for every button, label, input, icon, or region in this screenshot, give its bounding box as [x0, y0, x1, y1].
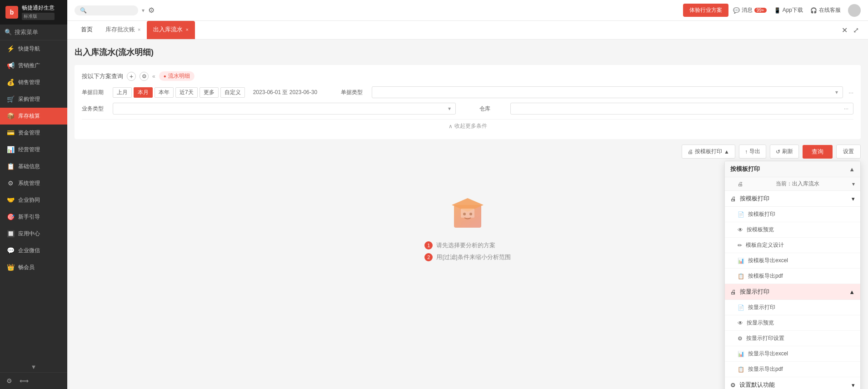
sidebar-item-wechat[interactable]: 💬 企业微信 [0, 242, 67, 259]
online-service-btn[interactable]: 🎧 在线客服 [810, 6, 841, 14]
search-icon: 🔍 [80, 7, 87, 14]
sidebar-item-purchase[interactable]: 🛒 采购管理 [0, 91, 67, 108]
sidebar-item-app-center[interactable]: 🔲 应用中心 [0, 225, 67, 242]
template-section-label: 🖨 按模板打印 [730, 194, 769, 203]
warehouse-label: 仓库 [479, 105, 505, 113]
print-item-template-pdf[interactable]: 📋 按模板导出pdf [725, 269, 860, 284]
avatar[interactable] [848, 4, 861, 17]
print-btn[interactable]: 🖨 按模板打印 ▲ [682, 145, 735, 159]
warehouse-dropdown[interactable]: ··· [510, 103, 853, 115]
header-settings-icon[interactable]: ⚙ [148, 6, 155, 15]
print-panel-header: 按模板打印 ▲ [725, 161, 860, 177]
print-item-display-print[interactable]: 📄 按显示打印 [725, 300, 860, 315]
date-btn-this-year[interactable]: 本年 [155, 87, 174, 98]
type-tag: ● 流水明细 [159, 71, 195, 81]
tab-batch[interactable]: 库存批次账 × [99, 21, 147, 39]
newbie-icon: 🎯 [6, 213, 15, 220]
tab-maximize-btn[interactable]: ⤢ [851, 24, 861, 36]
tab-close-all-btn[interactable]: ✕ [840, 24, 849, 36]
sidebar-item-newbie[interactable]: 🎯 新手引导 [0, 209, 67, 225]
app-center-icon: 🔲 [6, 230, 15, 237]
export-btn[interactable]: ↑ 导出 [739, 145, 766, 159]
filter-header-label: 按以下方案查询 [82, 72, 123, 80]
tab-home[interactable]: 首页 [75, 21, 99, 39]
display-section-header[interactable]: 🖨 按显示打印 ▲ [725, 284, 860, 300]
sidebar: b 畅捷通好生意 标准版 🔍 搜索菜单 ⚡ 快捷导航 📢 营销推广 💰 销售管理… [0, 0, 67, 389]
online-service-label: 在线客服 [819, 6, 841, 14]
sidebar-item-quick-nav[interactable]: ⚡ 快捷导航 [0, 40, 67, 57]
tab-batch-close[interactable]: × [138, 27, 140, 32]
finance-icon: 💳 [6, 129, 15, 136]
collapse-bar[interactable]: ∧ 收起更多条件 [82, 119, 853, 133]
sidebar-item-basic[interactable]: 📋 基础信息 [0, 158, 67, 175]
sidebar-item-sales[interactable]: 💰 销售管理 [0, 74, 67, 91]
sidebar-item-inventory[interactable]: 📦 库存核算 [0, 108, 67, 125]
tab-flow-close[interactable]: × [185, 27, 188, 32]
refresh-btn[interactable]: ↺ 刷新 [770, 145, 799, 159]
sidebar-scroll-down[interactable]: ▼ [0, 362, 67, 372]
sidebar-item-label: 营销推广 [18, 62, 40, 70]
app-download-btn[interactable]: 📱 App下载 [774, 6, 803, 14]
display-pdf-icon: 📋 [738, 366, 744, 373]
print-item-display-pdf[interactable]: 📋 按显示导出pdf [725, 362, 860, 377]
print-item-template-custom[interactable]: ✏ 模板自定义设计 [725, 238, 860, 253]
sidebar-item-enterprise[interactable]: 🤝 企业协同 [0, 192, 67, 209]
header-left: 🔍 ▾ ⚙ [75, 5, 678, 15]
sidebar-item-finance[interactable]: 💳 资金管理 [0, 125, 67, 141]
display-print-icon: 🖨 [730, 289, 736, 295]
print-item-label: 按显示打印设置 [746, 334, 784, 342]
default-section-header[interactable]: ⚙ 设置默认功能 ▾ [725, 377, 860, 389]
date-quick-btns: 上月 本月 本年 近7天 更多 自定义 [113, 87, 245, 98]
print-item-template-print[interactable]: 📄 按模板打印 [725, 207, 860, 222]
template-section-header[interactable]: 🖨 按模板打印 ▾ [725, 191, 860, 207]
print-item-display-excel[interactable]: 📊 按显示导出excel [725, 346, 860, 362]
step2-label: 用[过滤]条件来缩小分析范围 [436, 253, 510, 261]
export-icon: ↑ [745, 149, 748, 155]
filter-row-date: 单据日期 上月 本月 本年 近7天 更多 自定义 2023-06-01 至 20… [82, 86, 853, 98]
filter-settings-btn[interactable]: ⚙ [140, 72, 149, 81]
print-item-display-preview[interactable]: 👁 按显示预览 [725, 315, 860, 331]
message-label: 消息 [742, 6, 753, 14]
query-btn[interactable]: 查询 [803, 145, 833, 159]
filter-add-btn[interactable]: + [127, 72, 136, 81]
business-type-dropdown[interactable]: ▾ [113, 103, 456, 115]
collapse-label: 收起更多条件 [454, 122, 487, 130]
header-dropdown-icon[interactable]: ▾ [142, 7, 145, 14]
sidebar-item-system[interactable]: ⚙ 系统管理 [0, 175, 67, 192]
type-tag-label: 流水明细 [168, 72, 190, 80]
print-current-label[interactable]: 🖨 当前：出入库流水 ▾ [725, 177, 860, 191]
bottom-expand-icon[interactable]: ⟺ [20, 377, 29, 384]
industry-btn[interactable]: 体验行业方案 [683, 4, 728, 17]
print-item-label: 按模板导出excel [748, 257, 788, 264]
sidebar-item-marketing[interactable]: 📢 营销推广 [0, 57, 67, 74]
print-item-display-settings[interactable]: ⚙ 按显示打印设置 [725, 331, 860, 346]
header-search-box[interactable]: 🔍 [75, 5, 138, 15]
tab-flow[interactable]: 出入库流水 × [147, 21, 195, 39]
default-section-chevron: ▾ [852, 382, 855, 389]
doc-type-dropdown[interactable]: ▾ [372, 86, 843, 98]
more-icon: ··· [844, 105, 848, 112]
date-btn-custom[interactable]: 自定义 [220, 87, 245, 98]
sidebar-item-operations[interactable]: 📊 经营管理 [0, 141, 67, 158]
date-label: 单据日期 [82, 89, 107, 96]
print-item-template-excel[interactable]: 📊 按模板导出excel [725, 253, 860, 269]
print-item-template-preview[interactable]: 👁 按模板预览 [725, 222, 860, 238]
message-btn[interactable]: 💬 消息 99+ [733, 6, 767, 14]
date-btn-more[interactable]: 更多 [200, 87, 219, 98]
date-btn-last-month[interactable]: 上月 [113, 87, 132, 98]
sidebar-item-label: 新手引导 [18, 213, 40, 221]
sidebar-item-member[interactable]: 👑 畅会员 [0, 259, 67, 276]
filter-collapse-btn[interactable]: « [152, 73, 155, 80]
doc-type-more-icon[interactable]: ··· [848, 89, 853, 96]
service-icon: 🎧 [810, 7, 817, 14]
empty-step-2: 2 用[过滤]条件来缩小分析范围 [424, 253, 510, 261]
date-btn-this-month[interactable]: 本月 [134, 87, 153, 98]
date-btn-last7[interactable]: 近7天 [175, 87, 198, 98]
bottom-settings-icon[interactable]: ⚙ [6, 377, 12, 384]
print-panel-collapse-btn[interactable]: ▲ [849, 166, 855, 173]
sidebar-search[interactable]: 🔍 搜索菜单 [0, 25, 67, 40]
settings-btn[interactable]: 设置 [836, 145, 861, 159]
export-label: 导出 [749, 148, 760, 155]
header-right: 💬 消息 99+ 📱 App下载 🎧 在线客服 [733, 4, 861, 17]
filter-header: 按以下方案查询 + ⚙ « ● 流水明细 [82, 71, 853, 81]
